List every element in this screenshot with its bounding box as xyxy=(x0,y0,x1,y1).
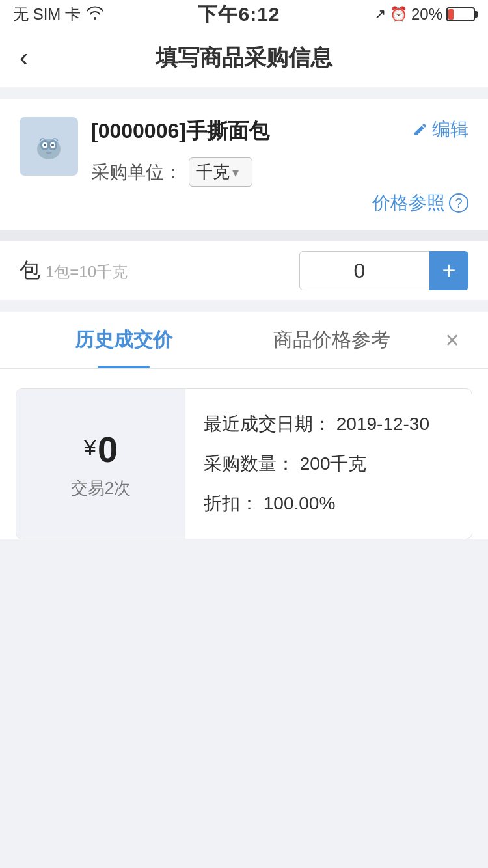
price-card: ¥ 0 交易2次 最近成交日期： 2019-12-30 采购数量： 200千克 … xyxy=(16,388,472,539)
plus-icon: + xyxy=(442,259,455,282)
edit-button[interactable]: 编辑 xyxy=(413,117,468,142)
status-time: 下午6:12 xyxy=(198,1,280,28)
quantity-plus-button[interactable]: + xyxy=(429,251,468,290)
nav-bar: ‹ 填写商品采购信息 xyxy=(0,29,488,87)
recent-date-label: 最近成交日期： xyxy=(204,414,331,434)
product-card: [0000006]手撕面包 采购单位： 千克 ▾ 编辑 价格参照 ? xyxy=(0,99,488,230)
wifi-icon xyxy=(86,5,104,23)
help-text: ? xyxy=(455,196,462,211)
product-name: [0000006]手撕面包 xyxy=(91,117,413,146)
page-title: 填写商品采购信息 xyxy=(156,43,332,73)
quantity-row: 包 1包=10千克 + xyxy=(0,241,488,300)
product-thumbnail xyxy=(20,117,78,176)
chevron-down-icon: ▾ xyxy=(232,165,239,180)
unit-select[interactable]: 千克 ▾ xyxy=(189,157,252,187)
battery-icon xyxy=(446,7,475,21)
tab-history-price-label: 历史成交价 xyxy=(75,327,172,353)
price-card-left: ¥ 0 交易2次 xyxy=(16,389,185,539)
unit-label: 采购单位： xyxy=(91,160,182,185)
tab-close-button[interactable]: × xyxy=(436,324,468,357)
status-bar: 无 SIM 卡 下午6:12 ↗ ⏰ 20% xyxy=(0,0,488,29)
recent-date-row: 最近成交日期： 2019-12-30 xyxy=(204,410,454,439)
edit-label: 编辑 xyxy=(432,117,468,142)
help-icon[interactable]: ? xyxy=(449,193,468,213)
section-divider xyxy=(0,230,488,241)
purchase-qty-row: 采购数量： 200千克 xyxy=(204,450,454,479)
close-icon: × xyxy=(445,329,459,352)
quantity-unit: 包 xyxy=(20,256,40,285)
bottom-area xyxy=(0,559,488,868)
discount-row: 折扣： 100.00% xyxy=(204,489,454,519)
discount-label: 折扣： xyxy=(204,493,258,513)
tab-product-price-label: 商品价格参考 xyxy=(273,327,390,353)
tabs-container: 历史成交价 商品价格参考 × ¥ 0 交易2次 最近成交日期： 2019-12-… xyxy=(0,312,488,539)
location-icon: ↗ xyxy=(374,6,386,23)
price-number: 0 xyxy=(98,428,118,470)
svg-point-6 xyxy=(51,144,54,146)
price-value-group: ¥ 0 xyxy=(84,428,118,470)
back-button[interactable]: ‹ xyxy=(20,43,28,72)
unit-value: 千克 xyxy=(196,161,230,183)
product-info: [0000006]手撕面包 采购单位： 千克 ▾ xyxy=(91,117,413,187)
tab-history-price[interactable]: 历史成交价 xyxy=(20,312,228,368)
price-trade-count: 交易2次 xyxy=(71,477,131,500)
purchase-qty-label: 采购数量： xyxy=(204,454,295,474)
svg-point-5 xyxy=(44,144,46,146)
carrier-text: 无 SIM 卡 xyxy=(13,4,81,25)
svg-point-0 xyxy=(37,139,61,159)
quantity-input[interactable] xyxy=(299,251,429,290)
price-reference-row[interactable]: 价格参照 ? xyxy=(20,191,468,215)
purchase-qty-value: 200千克 xyxy=(300,454,367,474)
discount-value: 100.00% xyxy=(264,493,336,513)
status-carrier: 无 SIM 卡 xyxy=(13,4,104,25)
price-ref-label: 价格参照 xyxy=(372,191,445,215)
tab-product-price[interactable]: 商品价格参考 xyxy=(228,312,436,368)
recent-date-value: 2019-12-30 xyxy=(336,414,429,434)
status-right-group: ↗ ⏰ 20% xyxy=(374,5,475,23)
battery-percent: 20% xyxy=(411,5,442,23)
tab-active-indicator xyxy=(98,366,150,368)
alarm-icon: ⏰ xyxy=(390,6,407,23)
price-currency: ¥ xyxy=(84,435,96,460)
price-card-right: 最近成交日期： 2019-12-30 采购数量： 200千克 折扣： 100.0… xyxy=(185,389,472,539)
quantity-conversion: 1包=10千克 xyxy=(46,262,128,282)
tabs-header: 历史成交价 商品价格参考 × xyxy=(0,312,488,369)
